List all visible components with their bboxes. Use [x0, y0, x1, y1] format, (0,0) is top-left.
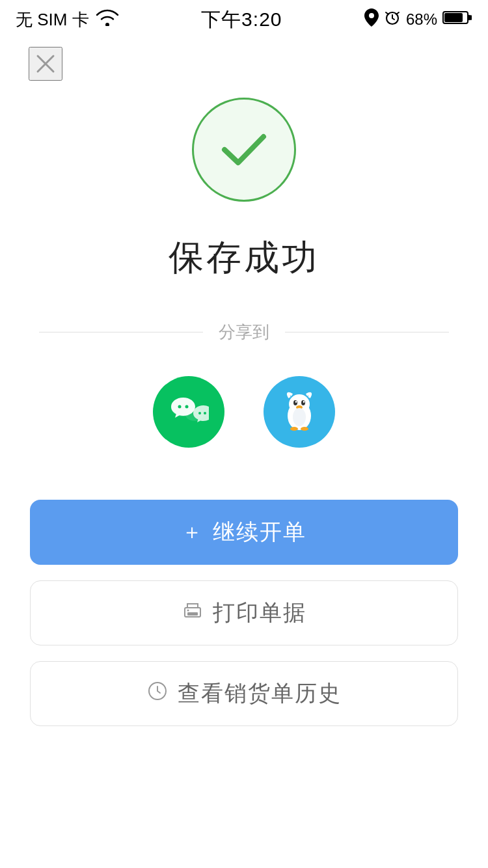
print-button[interactable]: 打印单据 [30, 580, 458, 645]
svg-point-8 [178, 405, 182, 409]
history-button[interactable]: 查看销货单历史 [30, 661, 458, 726]
svg-point-14 [293, 400, 297, 405]
alarm-icon [384, 9, 401, 30]
battery-label: 68% [406, 10, 437, 29]
svg-point-24 [187, 610, 189, 612]
svg-rect-2 [444, 13, 463, 22]
svg-point-15 [301, 400, 305, 405]
share-label: 分享到 [203, 321, 285, 344]
wifi-icon [96, 9, 119, 31]
history-label: 查看销货单历史 [178, 679, 342, 709]
svg-point-11 [204, 412, 206, 414]
action-buttons: ＋ 继续开单 打印单据 查看销货单历史 [0, 500, 488, 726]
print-icon [182, 599, 204, 627]
svg-point-21 [301, 427, 308, 431]
status-left: 无 SIM 卡 [16, 8, 119, 31]
qq-share-button[interactable] [264, 376, 335, 448]
location-icon [364, 8, 379, 31]
carrier-label: 无 SIM 卡 [16, 8, 89, 31]
svg-rect-3 [470, 15, 472, 20]
svg-point-10 [198, 412, 201, 414]
print-label: 打印单据 [213, 598, 306, 628]
success-title: 保存成功 [169, 234, 319, 282]
continue-button[interactable]: ＋ 继续开单 [30, 500, 458, 565]
svg-point-17 [303, 401, 305, 403]
svg-point-19 [293, 408, 306, 426]
share-icons [153, 376, 335, 448]
status-time: 下午3:20 [201, 7, 282, 33]
svg-point-20 [290, 427, 298, 431]
svg-point-9 [185, 405, 189, 409]
wechat-share-button[interactable] [153, 376, 224, 448]
divider-line-left [39, 332, 203, 332]
status-right: 68% [364, 8, 472, 31]
svg-rect-23 [187, 612, 198, 616]
main-content: 保存成功 分享到 [0, 39, 488, 726]
success-circle [192, 98, 296, 202]
battery-icon [442, 10, 472, 29]
status-bar: 无 SIM 卡 下午3:20 68% [0, 0, 488, 39]
svg-point-16 [295, 401, 297, 403]
history-icon [146, 680, 169, 707]
share-divider: 分享到 [0, 321, 488, 344]
continue-label: 继续开单 [213, 517, 306, 547]
divider-line-right [285, 332, 449, 332]
plus-icon: ＋ [182, 518, 204, 547]
close-button[interactable] [29, 47, 62, 81]
